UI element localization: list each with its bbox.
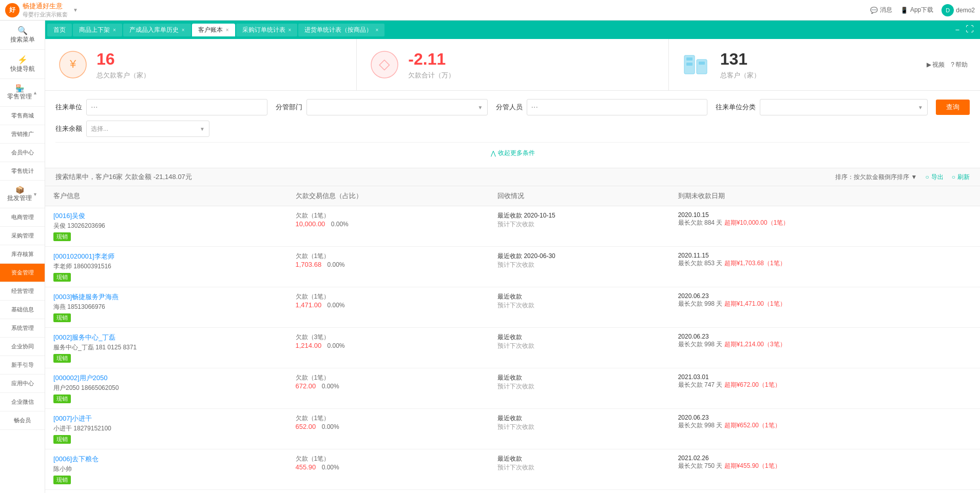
debt-pct-0: 0.00%	[331, 221, 349, 228]
overdue-amount-5[interactable]: 超期¥652.00（1笔）	[724, 422, 781, 429]
sidebar-item-ecommerce[interactable]: 电商管理	[0, 208, 45, 227]
sidebar-item-vip-member[interactable]: 畅会员	[0, 411, 45, 430]
tab-close-production[interactable]: ×	[182, 27, 185, 33]
customer-tag-2: 现销	[53, 313, 71, 322]
customer-name-1[interactable]: [0001020001]李老师	[53, 252, 279, 261]
sidebar-item-batch-mgmt[interactable]: 📦 批发管理 ▼	[0, 181, 45, 208]
stat-info-2: -2.11 欠款合计（万）	[408, 50, 455, 80]
app-download-btn[interactable]: 📱 App下载	[900, 6, 933, 14]
stat-card-total-customers: 131 总客户（家） ▶ 视频 ? 帮助	[669, 39, 980, 90]
tab-products[interactable]: 商品上下架 ×	[73, 24, 122, 36]
overdue-amount-4[interactable]: 超期¥672.00（1笔）	[724, 381, 781, 388]
unit-category-select[interactable]: ▼	[760, 99, 928, 115]
stat-number-debt: -2.11	[408, 50, 455, 69]
sidebar-item-app-center[interactable]: 应用中心	[0, 374, 45, 393]
debt-amount-2[interactable]: 1,471.00	[296, 301, 322, 309]
filter-row-1: 往来单位 ··· 分管部门 ▼ 分管人员	[55, 99, 970, 115]
customer-name-2[interactable]: [0003]畅捷服务尹海燕	[53, 292, 279, 302]
help-btn[interactable]: ? 帮助	[951, 61, 968, 69]
search-button[interactable]: 查询	[936, 100, 970, 115]
sidebar-item-member[interactable]: 会员中心	[0, 144, 45, 162]
overdue-amount-6[interactable]: 超期¥455.90（1笔）	[724, 462, 781, 469]
sidebar-item-retail-mgmt[interactable]: 🏪 零售管理 ▲	[0, 79, 45, 107]
debt-amount-6[interactable]: 455.90	[296, 463, 316, 471]
sidebar-item-system[interactable]: 系统管理	[0, 319, 45, 338]
filter-dept: 分管部门 ▼	[276, 99, 488, 115]
customer-name-4[interactable]: [000002]用户2050	[53, 373, 279, 383]
next-collect-3: 预计下次收款	[497, 342, 662, 350]
tab-customer-account[interactable]: 客户账本 ×	[192, 24, 235, 36]
svg-rect-8	[699, 62, 705, 65]
sidebar-item-quick-nav[interactable]: ⚡ 快捷导航	[0, 50, 45, 79]
dept-select[interactable]: ▼	[306, 99, 488, 115]
source-unit-input[interactable]: ···	[86, 99, 267, 115]
customer-phone-1: 李老师 18600391516	[53, 262, 279, 271]
debt-amount-0[interactable]: 10,000.00	[296, 220, 325, 228]
debt-amount-1[interactable]: 1,703.68	[296, 261, 322, 268]
overdue-amount-2[interactable]: 超期¥1,471.00（1笔）	[724, 300, 786, 307]
overdue-amount-1[interactable]: 超期¥1,703.68（1笔）	[724, 260, 786, 267]
refresh-btn[interactable]: ○ 刷新	[952, 173, 970, 182]
svg-rect-6	[686, 57, 693, 61]
logo-area: 好 畅捷通好生意 母婴行业演示账套 ▼	[5, 2, 78, 18]
export-btn[interactable]: ○ 导出	[926, 173, 944, 182]
tab-close-purchase[interactable]: ×	[289, 27, 292, 33]
overdue-amount-3[interactable]: 超期¥1,214.00（3笔）	[724, 341, 786, 348]
customer-name-5[interactable]: [0007]小进干	[53, 414, 279, 423]
sidebar-item-inventory[interactable]: 库存核算	[0, 245, 45, 264]
customer-tag-5: 现销	[53, 435, 71, 444]
customer-name-3[interactable]: [0002]服务中心_丁磊	[53, 333, 279, 342]
message-btn[interactable]: 💬 消息	[870, 6, 892, 14]
debt-amount-3[interactable]: 1,214.00	[296, 342, 322, 349]
tab-close-products[interactable]: ×	[113, 27, 116, 33]
due-date-5: 2020.06.23	[678, 414, 972, 421]
video-icon: ▶	[927, 61, 931, 68]
stat-info-3: 131 总客户（家）	[720, 50, 760, 80]
overdue-amount-0[interactable]: 超期¥10,000.00（1笔）	[724, 219, 790, 226]
data-table-wrapper: 客户信息 欠款交易信息（占比） 回收情况 到期未收款日期 [0016]吴俊 吴俊…	[45, 186, 980, 493]
cell-debt-0: 欠款（1笔） 10,000.00 0.00%	[287, 206, 490, 247]
cell-due-6: 2021.02.26 最长欠款 750 天 超期¥455.90（1笔）	[670, 449, 980, 490]
cell-customer-4: [000002]用户2050 用户2050 18665062050 现销	[45, 368, 287, 409]
sidebar-item-retail-stats[interactable]: 零售统计	[0, 162, 45, 181]
sidebar-item-retail-mall[interactable]: 零售商城	[0, 107, 45, 125]
tab-close-inventory[interactable]: ×	[375, 27, 378, 33]
due-date-1: 2020.11.15	[678, 252, 972, 259]
tabs-max-icon[interactable]: ⛶	[966, 25, 974, 35]
user-avatar[interactable]: D demo2	[941, 4, 975, 16]
customer-name-0[interactable]: [0016]吴俊	[53, 211, 279, 221]
sort-selector[interactable]: 排序：按欠款金额倒序排序 ▼	[835, 173, 917, 182]
tab-production-history[interactable]: 产成品入库单历史 ×	[123, 24, 191, 36]
customer-phone-6: 陈小帅	[53, 465, 279, 474]
tab-close-customer[interactable]: ×	[226, 27, 229, 33]
cell-customer-0: [0016]吴俊 吴俊 13026203696 现销	[45, 206, 287, 247]
svg-rect-7	[686, 63, 693, 66]
customer-tag-0: 现销	[53, 232, 71, 241]
sidebar-item-purchase[interactable]: 采购管理	[0, 227, 45, 245]
sidebar-item-corp-wx[interactable]: 企业微信	[0, 393, 45, 411]
sidebar-item-enterprise[interactable]: 企业协同	[0, 338, 45, 356]
sidebar-item-newbie[interactable]: 新手引导	[0, 356, 45, 374]
due-date-0: 2020.10.15	[678, 211, 972, 219]
cell-debt-7: 欠款（1笔） 429.00 0.00%	[287, 490, 490, 494]
sidebar-item-operation[interactable]: 经营管理	[0, 282, 45, 301]
tab-inventory-stats[interactable]: 进货单统计表（按商品） ×	[298, 24, 385, 36]
sidebar-item-marketing[interactable]: 营销推广	[0, 125, 45, 144]
col-recovery: 回收情况	[489, 186, 670, 206]
result-summary: 搜索结果中，客户16家 欠款金额 -21,148.07元	[55, 172, 192, 182]
video-btn[interactable]: ▶ 视频	[927, 61, 945, 69]
tab-home[interactable]: 首页	[47, 24, 72, 36]
tabs-min-icon[interactable]: －	[953, 25, 962, 35]
stat-card-overdue-customers: ¥ 16 总欠款客户（家）	[45, 39, 357, 90]
sidebar-item-basic-info[interactable]: 基础信息	[0, 301, 45, 319]
person-input[interactable]: ···	[527, 99, 708, 115]
message-icon: 💬	[870, 7, 878, 14]
debt-amount-4[interactable]: 672.00	[296, 382, 316, 390]
balance-select[interactable]: 选择... ▼	[86, 121, 209, 137]
customer-name-6[interactable]: [0006]去下粮仓	[53, 455, 279, 464]
tab-purchase-order[interactable]: 采购订单统计表 ×	[236, 24, 298, 36]
sidebar-item-finance[interactable]: 资金管理	[0, 264, 45, 282]
sidebar-item-search[interactable]: 🔍 搜索菜单	[0, 21, 45, 50]
debt-amount-5[interactable]: 652.00	[296, 423, 316, 430]
collapse-btn[interactable]: ⋀ 收起更多条件	[55, 147, 970, 160]
